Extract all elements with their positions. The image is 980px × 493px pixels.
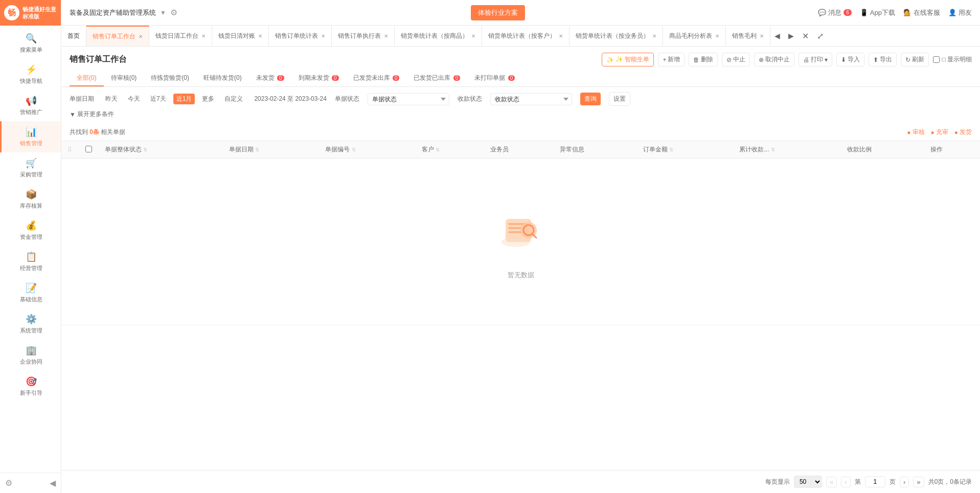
- amount-sort-icon[interactable]: ⇅: [669, 147, 673, 152]
- sidebar-item-search[interactable]: 🔍 搜索菜单: [0, 28, 61, 59]
- smart-icon: ✨: [606, 56, 614, 63]
- smart-generate-button[interactable]: ✨ ✨ 智能生单: [602, 53, 654, 66]
- setting-button[interactable]: 设置: [609, 92, 630, 106]
- tab-order-exec[interactable]: 销售订单执行表 ✕: [332, 26, 395, 46]
- settings-icon[interactable]: ⚙: [5, 478, 12, 488]
- delete-button[interactable]: 🗑 删除: [689, 53, 718, 66]
- per-page-select[interactable]: 10 20 50 100: [794, 476, 822, 488]
- date-opt-today[interactable]: 今天: [125, 94, 143, 104]
- sidebar-item-corp[interactable]: 🏢 企业协同: [0, 340, 61, 371]
- date-opt-7days[interactable]: 近7天: [147, 94, 169, 104]
- show-detail-checkbox[interactable]: □ 显示明细: [933, 55, 972, 64]
- tab-close-cashreconcile[interactable]: ✕: [258, 33, 262, 39]
- sidebar-item-quicknav[interactable]: ⚡ 快捷导航: [0, 59, 61, 90]
- tab-sale-stat-prod[interactable]: 销货单统计表（按商品） ✕: [395, 26, 482, 46]
- sub-tab-wangpu-ship[interactable]: 旺铺待发货(0): [196, 71, 249, 86]
- sidebar-item-inventory[interactable]: 📦 库存核算: [0, 184, 61, 215]
- date-opt-custom[interactable]: 自定义: [221, 94, 246, 104]
- payment-label: 收款状态: [458, 95, 482, 103]
- collapse-icon[interactable]: ◀: [50, 478, 56, 488]
- pagination-first-button[interactable]: «: [826, 477, 837, 487]
- check-col-header[interactable]: [78, 141, 99, 159]
- export-button[interactable]: ⬆ 导出: [869, 53, 897, 66]
- sub-tab-pending-review[interactable]: 待审核(0): [104, 71, 144, 86]
- import-button[interactable]: ⬇ 导入: [836, 53, 864, 66]
- review-action[interactable]: ● 审核: [907, 128, 924, 137]
- sidebar-item-label: 经营管理: [20, 264, 42, 272]
- sidebar-item-basic[interactable]: 📝 基础信息: [0, 277, 61, 308]
- review-dot: ●: [907, 129, 910, 136]
- status-sort-icon[interactable]: ⇅: [143, 147, 147, 152]
- tab-cashday[interactable]: 钱货日清工作台 ✕: [149, 26, 212, 46]
- topbar-app-download[interactable]: 📱 App下载: [860, 8, 895, 17]
- tab-close-cashday[interactable]: ✕: [201, 33, 206, 39]
- tab-order-stat[interactable]: 销售订单统计表 ✕: [269, 26, 332, 46]
- sub-tab-not-shipped[interactable]: 未发货 0: [249, 71, 291, 86]
- sub-tab-not-printed[interactable]: 未打印单据 0: [467, 71, 522, 86]
- tab-close-margin-analysis[interactable]: ✕: [715, 33, 719, 39]
- tab-nav-prev[interactable]: ◀: [770, 26, 784, 46]
- topbar-message[interactable]: 💬 消息 6: [818, 8, 852, 17]
- topbar-service[interactable]: 💁 在线客服: [903, 8, 940, 17]
- sub-tab-shipped-out[interactable]: 已发货已出库 0: [406, 71, 467, 86]
- customer-sort-icon[interactable]: ⇅: [436, 147, 440, 152]
- sidebar-item-operation[interactable]: 📋 经营管理: [0, 246, 61, 277]
- tab-close-sales-workbench[interactable]: ✕: [139, 34, 143, 39]
- current-page-input[interactable]: [865, 476, 885, 487]
- topbar-user[interactable]: 👤 用友: [948, 8, 972, 17]
- ops-col-header: 操作: [924, 141, 980, 159]
- tab-margin-analysis[interactable]: 商品毛利分析表 ✕: [663, 26, 726, 46]
- tab-close-sale-stat-cust[interactable]: ✕: [559, 33, 563, 39]
- sub-tab-shipped-not-out[interactable]: 已发货未出库 0: [346, 71, 407, 86]
- show-detail-input[interactable]: [933, 56, 940, 63]
- tab-sale-stat-staff[interactable]: 销货单统计表（按业务员） ✕: [569, 26, 663, 46]
- number-sort-icon[interactable]: ⇅: [352, 147, 356, 152]
- sidebar-item-system[interactable]: ⚙️ 系统管理: [0, 308, 61, 340]
- tab-close-order-stat[interactable]: ✕: [321, 33, 325, 39]
- sidebar-item-purchase[interactable]: 🛒 采购管理: [0, 152, 61, 184]
- tab-close-sale-stat-staff[interactable]: ✕: [652, 33, 656, 39]
- date-opt-yesterday[interactable]: 昨天: [102, 94, 121, 104]
- tab-sales-profit[interactable]: 销售毛利 ✕: [726, 26, 770, 46]
- collected-sort-icon[interactable]: ⇅: [771, 147, 775, 152]
- ship-action[interactable]: ● 发货: [954, 128, 972, 137]
- tab-cashreconcile[interactable]: 钱货日清对账 ✕: [212, 26, 269, 46]
- payment-select[interactable]: 收款状态: [490, 93, 572, 105]
- tab-close-all-button[interactable]: ✕: [798, 26, 813, 46]
- sidebar-item-sales[interactable]: 📊 销售管理: [0, 121, 61, 152]
- sidebar-item-finance[interactable]: 💰 资金管理: [0, 215, 61, 246]
- tab-close-order-exec[interactable]: ✕: [384, 33, 388, 39]
- cancel-stop-button[interactable]: ⊗ 取消中止: [754, 53, 794, 66]
- date-sort-icon[interactable]: ⇅: [255, 147, 259, 152]
- service-icon: 💁: [903, 9, 911, 16]
- tab-close-sale-stat-prod[interactable]: ✕: [471, 33, 475, 39]
- pagination-last-button[interactable]: »: [913, 477, 924, 487]
- sub-tab-expire-not-ship[interactable]: 到期未发货 0: [291, 71, 346, 86]
- topbar-dropdown-icon[interactable]: ▼: [160, 9, 166, 16]
- sidebar-item-guide[interactable]: 🎯 新手引导: [0, 371, 61, 402]
- status-select[interactable]: 单据状态: [368, 93, 449, 105]
- topbar-gear-icon[interactable]: ⚙: [170, 8, 177, 17]
- sidebar-item-marketing[interactable]: 📢 营销推广: [0, 90, 61, 121]
- stop-button[interactable]: ⊘ 中止: [722, 53, 750, 66]
- pagination-prev-button[interactable]: ‹: [841, 477, 850, 487]
- print-button[interactable]: 🖨 打印 ▾: [799, 53, 832, 66]
- sub-tab-pending-inspect[interactable]: 待拣货验货(0): [144, 71, 196, 86]
- tab-home[interactable]: 首页: [61, 26, 86, 46]
- tab-nav-next[interactable]: ▶: [784, 26, 798, 46]
- topbar-cta-button[interactable]: 体验行业方案: [471, 5, 525, 20]
- date-opt-1month[interactable]: 近1月: [173, 94, 195, 104]
- query-button[interactable]: 查询: [580, 93, 601, 105]
- tab-sales-workbench[interactable]: 销售订单工作台 ✕: [86, 26, 149, 46]
- tab-expand-button[interactable]: ⤢: [813, 26, 828, 46]
- date-opt-more[interactable]: 更多: [199, 94, 217, 104]
- unreviewed-action[interactable]: ● 充审: [931, 128, 948, 137]
- select-all-checkbox[interactable]: [85, 146, 92, 152]
- add-button[interactable]: + 新增: [658, 53, 685, 66]
- expand-filter-button[interactable]: ▼ 展开更多条件: [70, 110, 114, 119]
- tab-close-sales-profit[interactable]: ✕: [760, 33, 764, 39]
- refresh-button[interactable]: ↻ 刷新: [901, 53, 929, 66]
- sub-tab-all[interactable]: 全部(0): [70, 71, 104, 86]
- tab-sale-stat-cust[interactable]: 销货单统计表（按客户） ✕: [482, 26, 569, 46]
- pagination-next-button[interactable]: ›: [900, 477, 909, 487]
